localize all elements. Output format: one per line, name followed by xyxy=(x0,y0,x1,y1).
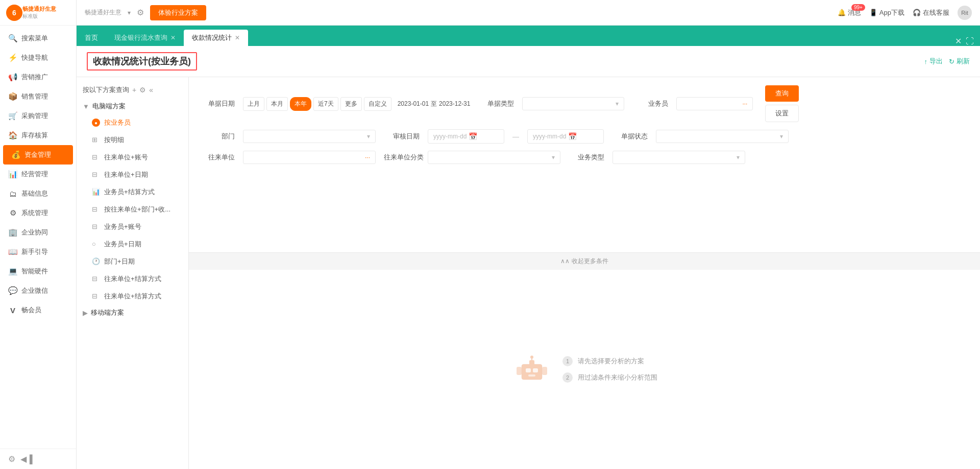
scheme-label-unit-settle1: 往来单位+结算方式 xyxy=(104,274,161,284)
logo-badge: 标准版 xyxy=(22,13,56,20)
step-1-text: 请先选择要分析的方案 xyxy=(578,357,644,366)
date-btn-last-month[interactable]: 上月 xyxy=(243,97,264,111)
page-actions: ↑ 导出 ↻ 刷新 xyxy=(924,57,970,66)
sidebar-label-purchase: 采购管理 xyxy=(21,111,48,121)
phone-icon: 📱 xyxy=(869,9,877,16)
app-download-button[interactable]: 📱 App下载 xyxy=(869,8,904,17)
notification-badge: 99+ xyxy=(851,4,865,11)
scheme-label-unit-dept-collect: 按往来单位+部门+收... xyxy=(104,205,170,214)
export-button[interactable]: ↑ 导出 xyxy=(924,57,943,66)
sidebar-label-inventory: 库存核算 xyxy=(21,131,48,140)
doc-status-select[interactable]: ▾ xyxy=(656,130,789,143)
refresh-button[interactable]: ↻ 刷新 xyxy=(949,57,970,66)
trial-button[interactable]: 体验行业方案 xyxy=(150,5,206,20)
tab-collection-close-icon[interactable]: ✕ xyxy=(235,34,240,41)
notification-button[interactable]: 🔔 消息 99+ xyxy=(838,8,861,17)
tabbar: 首页 现金银行流水查询 ✕ 收款情况统计 ✕ ✕ ⛶ xyxy=(77,26,980,46)
add-scheme-icon[interactable]: + xyxy=(132,86,136,94)
sidebar-item-purchase[interactable]: 🛒 采购管理 xyxy=(0,106,76,126)
topbar-dropdown-icon[interactable]: ▾ xyxy=(128,9,131,16)
scheme-item-unit-account[interactable]: ⊟ 往来单位+账号 xyxy=(77,149,188,166)
sidebar-item-search[interactable]: 🔍 搜索菜单 xyxy=(0,29,76,48)
calendar-end-icon[interactable]: 📅 xyxy=(568,132,577,140)
sidebar-item-sales[interactable]: 📦 销售管理 xyxy=(0,87,76,106)
dept-select[interactable]: ▾ xyxy=(243,130,376,143)
member-icon: V xyxy=(8,306,17,315)
scheme-group-mobile-title[interactable]: ▶ 移动端方案 xyxy=(77,305,188,320)
partner-select[interactable]: ··· xyxy=(243,151,376,164)
user-avatar[interactable]: Rit xyxy=(958,6,972,20)
scheme-item-salesperson-settle[interactable]: 📊 业务员+结算方式 xyxy=(77,183,188,201)
collapse-bar[interactable]: ∧∧ 收起更多条件 xyxy=(189,252,980,270)
salesperson-label: 业务员 xyxy=(632,99,668,108)
sidebar-label-hardware: 智能硬件 xyxy=(21,267,48,276)
scheme-icon-unit-dept: ⊟ xyxy=(92,205,100,214)
sidebar-item-enterprise[interactable]: 🏢 企业协同 xyxy=(0,223,76,242)
scheme-item-salesperson-date[interactable]: ○ 业务员+日期 xyxy=(77,236,188,253)
salesperson-more-icon[interactable]: ··· xyxy=(742,100,747,107)
date-btn-more[interactable]: 更多 xyxy=(340,97,362,111)
tab-bank[interactable]: 现金银行流水查询 ✕ xyxy=(106,30,184,46)
review-date-end[interactable]: yyyy-mm-dd 📅 xyxy=(527,129,604,144)
partner-more-icon[interactable]: ··· xyxy=(365,154,370,161)
salesperson-select[interactable]: ··· xyxy=(676,97,753,110)
tab-minimize-icon[interactable]: ✕ xyxy=(955,36,962,46)
scheme-item-unit-date[interactable]: ⊟ 往来单位+日期 xyxy=(77,166,188,183)
scheme-item-by-detail[interactable]: ⊞ 按明细 xyxy=(77,131,188,149)
doc-type-select[interactable]: ▾ xyxy=(522,97,624,110)
scheme-item-dept-date[interactable]: 🕐 部门+日期 xyxy=(77,253,188,270)
partner-category-select[interactable]: ▾ xyxy=(428,151,560,164)
tab-maximize-icon[interactable]: ⛶ xyxy=(966,37,974,46)
review-date-start[interactable]: yyyy-mm-dd 📅 xyxy=(428,129,504,144)
sidebar-item-member[interactable]: V 畅会员 xyxy=(0,300,76,320)
sidebar-item-operation[interactable]: 📊 经营管理 xyxy=(0,165,76,184)
scheme-label-unit-account: 往来单位+账号 xyxy=(104,153,148,162)
review-date-label: 审核日期 xyxy=(384,132,420,141)
scheme-item-unit-settle1[interactable]: ⊟ 往来单位+结算方式 xyxy=(77,270,188,288)
sidebar-item-guide[interactable]: 📖 新手引导 xyxy=(0,242,76,262)
topbar-settings-icon[interactable]: ⚙ xyxy=(137,8,144,17)
scheme-item-unit-settle2[interactable]: ⊟ 往来单位+结算方式 xyxy=(77,288,188,305)
scheme-group-desktop-title[interactable]: ▼ 电脑端方案 xyxy=(77,99,188,114)
tab-home-label: 首页 xyxy=(85,33,98,42)
online-service-button[interactable]: 🎧 在线客服 xyxy=(913,8,949,17)
scheme-icon-salesperson-account: ⊟ xyxy=(92,223,100,231)
scheme-icon-unit-account: ⊟ xyxy=(92,153,100,161)
step-1-num: 1 xyxy=(562,356,573,366)
svg-rect-1 xyxy=(526,368,531,372)
left-panel-collapse-icon[interactable]: « xyxy=(149,86,153,94)
partner-category-label: 往来单位分类 xyxy=(384,153,420,162)
scheme-settings-icon[interactable]: ⚙ xyxy=(139,86,146,94)
sidebar-item-quicknav[interactable]: ⚡ 快捷导航 xyxy=(0,48,76,67)
sidebar-item-system[interactable]: ⚙ 系统管理 xyxy=(0,203,76,223)
collapse-sidebar-icon[interactable]: ◀▐ xyxy=(20,454,32,464)
tab-bank-close-icon[interactable]: ✕ xyxy=(170,34,176,41)
date-btn-this-month[interactable]: 本月 xyxy=(266,97,288,111)
left-panel-header: 按以下方案查询 + ⚙ « xyxy=(77,83,188,99)
sidebar-item-hardware[interactable]: 💻 智能硬件 xyxy=(0,262,76,281)
date-btn-this-year[interactable]: 本年 xyxy=(290,97,311,111)
date-btn-7days[interactable]: 近7天 xyxy=(313,97,338,111)
sidebar-bottom: ⚙ ◀▐ xyxy=(0,449,76,469)
tab-collection-label: 收款情况统计 xyxy=(192,33,232,42)
scheme-item-by-salesperson[interactable]: ● 按业务员 xyxy=(77,114,188,131)
logo-icon: 6 xyxy=(6,5,22,21)
refresh-label: 刷新 xyxy=(957,57,970,66)
tabbar-right: ✕ ⛶ xyxy=(955,36,980,46)
tab-home[interactable]: 首页 xyxy=(77,30,106,46)
export-icon: ↑ xyxy=(924,58,928,65)
sidebar-item-marketing[interactable]: 📢 营销推广 xyxy=(0,67,76,87)
calendar-start-icon[interactable]: 📅 xyxy=(469,132,477,140)
date-btn-custom[interactable]: 自定义 xyxy=(364,97,391,111)
scheme-item-unit-dept-collect[interactable]: ⊟ 按往来单位+部门+收... xyxy=(77,201,188,218)
tab-collection[interactable]: 收款情况统计 ✕ xyxy=(184,30,248,46)
query-button[interactable]: 查询 xyxy=(765,85,799,102)
sidebar-item-basic[interactable]: 🗂 基础信息 xyxy=(0,184,76,203)
sidebar-item-wechat[interactable]: 💬 企业微信 xyxy=(0,281,76,300)
settings-button[interactable]: 设置 xyxy=(765,105,799,122)
sidebar-item-finance[interactable]: 💰 资金管理 xyxy=(3,145,73,165)
settings-bottom-icon[interactable]: ⚙ xyxy=(8,454,15,464)
sidebar-item-inventory[interactable]: 🏠 库存核算 xyxy=(0,126,76,145)
biz-type-select[interactable]: ▾ xyxy=(612,151,745,164)
scheme-item-salesperson-account[interactable]: ⊟ 业务员+账号 xyxy=(77,218,188,236)
